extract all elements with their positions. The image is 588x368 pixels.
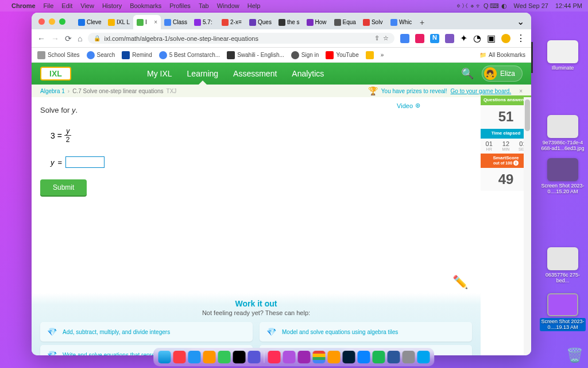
maximize-window-button[interactable] xyxy=(59,18,65,25)
desktop-icon[interactable]: 0635776c 275-bed... xyxy=(540,247,586,284)
minimize-window-button[interactable] xyxy=(49,18,55,25)
dock-app-icon[interactable] xyxy=(343,351,355,363)
address-bar[interactable]: 🔒 ixl.com/math/algebra-1/solve-one-step-… xyxy=(88,33,394,44)
close-window-button[interactable] xyxy=(38,18,45,25)
menu-profiles[interactable]: Profiles xyxy=(169,2,191,9)
dock-app-icon[interactable] xyxy=(328,351,341,363)
desktop-icon[interactable]: 9e73986c-71de-4 668-ad1...6ed3.jpg xyxy=(540,115,586,152)
bookmark-item[interactable]: School Sites xyxy=(37,51,80,59)
dock-app-icon[interactable] xyxy=(417,351,430,363)
bookmark-item[interactable] xyxy=(366,51,374,59)
new-tab-button[interactable]: + xyxy=(415,16,429,29)
close-icon[interactable]: × xyxy=(154,19,157,25)
extension-icon[interactable] xyxy=(415,34,424,43)
menu-edit[interactable]: Edit xyxy=(61,2,72,9)
bookmark-item[interactable]: Sign in xyxy=(291,51,319,59)
browser-tab[interactable]: Cleve xyxy=(75,15,105,29)
reload-button[interactable]: ⟳ xyxy=(65,34,72,43)
menu-view[interactable]: View xyxy=(80,2,94,9)
menu-file[interactable]: File xyxy=(44,2,54,9)
star-icon[interactable]: ☆ xyxy=(383,34,389,42)
browser-tab[interactable]: IXL L xyxy=(105,15,133,29)
scrollbar[interactable] xyxy=(524,97,531,355)
menu-bookmarks[interactable]: Bookmarks xyxy=(130,2,161,9)
breadcrumb-subject[interactable]: Algebra 1 xyxy=(40,88,65,94)
menu-help[interactable]: Help xyxy=(247,2,261,9)
browser-tab[interactable]: Class xyxy=(161,15,191,29)
bookmark-item[interactable]: Swahili - English... xyxy=(227,51,284,59)
chrome-menu-icon[interactable]: ⋮ xyxy=(516,33,525,44)
bookmark-item[interactable]: YouTube xyxy=(326,51,358,59)
dock-app-icon[interactable] xyxy=(218,351,231,363)
back-button[interactable]: ← xyxy=(37,34,45,43)
bookmark-item[interactable]: Search xyxy=(87,51,115,59)
browser-tab[interactable]: 2-x= xyxy=(218,15,246,29)
extension-icon[interactable]: ◔ xyxy=(473,33,481,44)
dock-app-icon[interactable] xyxy=(388,351,400,363)
prize-link[interactable]: Go to your game board. xyxy=(451,88,512,94)
side-panel-icon[interactable]: ▣ xyxy=(487,33,496,44)
extension-icon[interactable]: N xyxy=(430,34,439,43)
dock-app-icon[interactable] xyxy=(298,351,311,363)
browser-tab[interactable]: the s xyxy=(275,15,303,29)
menubar-time[interactable]: 12:44 PM xyxy=(555,2,582,9)
all-bookmarks-button[interactable]: 📁All Bookmarks xyxy=(479,52,525,58)
scrollbar-thumb[interactable] xyxy=(525,99,530,131)
menu-history[interactable]: History xyxy=(102,2,122,9)
desktop-icon[interactable]: Screen Shot 2023-0....19.13 AM xyxy=(540,293,586,331)
dock-finder-icon[interactable] xyxy=(158,351,171,363)
answer-input[interactable] xyxy=(65,156,105,168)
related-skill[interactable]: 💎Add, subtract, multiply, and divide int… xyxy=(40,322,253,342)
dock-app-icon[interactable] xyxy=(373,351,385,363)
dock-app-icon[interactable] xyxy=(403,351,415,363)
tabs-dropdown-icon[interactable]: ⌄ xyxy=(514,14,527,29)
nav-learning[interactable]: Learning xyxy=(186,64,220,83)
dock-app-icon[interactable] xyxy=(268,351,281,363)
dock-app-icon[interactable] xyxy=(173,351,186,363)
menu-tab[interactable]: Tab xyxy=(199,2,209,9)
dock-app-icon[interactable] xyxy=(283,351,296,363)
share-icon[interactable]: ⇧ xyxy=(374,34,380,42)
nav-assessment[interactable]: Assessment xyxy=(232,64,278,83)
user-menu[interactable]: 👧 Eliza xyxy=(482,66,523,82)
browser-tab[interactable]: Solv xyxy=(359,15,387,29)
dock-app-icon[interactable] xyxy=(188,351,201,363)
forward-button[interactable]: → xyxy=(51,34,59,43)
app-name[interactable]: Chrome xyxy=(11,2,36,9)
video-link[interactable]: Video ⊛ xyxy=(397,102,420,109)
ixl-logo[interactable]: IXL xyxy=(40,67,71,80)
menu-window[interactable]: Window xyxy=(217,2,239,9)
desktop-icon[interactable]: Screen Shot 2023-0....15.20 AM xyxy=(540,158,586,195)
menubar-date[interactable]: Wed Sep 27 xyxy=(514,2,548,9)
nav-analytics[interactable]: Analytics xyxy=(291,64,325,83)
browser-tab[interactable]: Whic xyxy=(387,15,415,29)
overflow-icon[interactable]: » xyxy=(381,52,384,58)
dock-app-icon[interactable] xyxy=(203,351,216,363)
status-icons[interactable]: ◎ ⟩⟨ ⊕ ᯤ Q ⌨ ◐ xyxy=(457,2,507,10)
bookmark-item[interactable]: 5 Best Cornstarch... xyxy=(159,51,220,59)
browser-tab[interactable]: How xyxy=(303,15,331,29)
pencil-icon[interactable]: ✏️ xyxy=(452,275,468,290)
dock-app-icon[interactable] xyxy=(233,351,246,363)
browser-tab[interactable]: 5.7: xyxy=(191,15,218,29)
info-icon[interactable]: i xyxy=(513,160,519,166)
extension-icon[interactable] xyxy=(445,34,454,43)
desktop-icon[interactable]: Illuminate xyxy=(540,40,586,71)
submit-button[interactable]: Submit xyxy=(40,179,87,195)
extensions-icon[interactable]: ✦ xyxy=(460,33,467,44)
browser-tab[interactable]: Ques xyxy=(246,15,275,29)
dock-app-icon[interactable] xyxy=(248,351,261,363)
related-skill[interactable]: 💎Model and solve equations using algebra… xyxy=(260,322,472,342)
extension-icon[interactable] xyxy=(400,34,409,43)
bookmark-item[interactable]: Remind xyxy=(122,51,152,59)
close-icon[interactable]: × xyxy=(519,88,523,94)
profile-avatar[interactable] xyxy=(501,34,510,43)
home-button[interactable]: ⌂ xyxy=(78,34,82,43)
browser-tab[interactable]: I× xyxy=(133,15,161,29)
dock-app-icon[interactable] xyxy=(358,351,370,363)
search-icon[interactable]: 🔍 xyxy=(461,67,474,80)
dock-chrome-icon[interactable] xyxy=(313,351,326,363)
nav-my-ixl[interactable]: My IXL xyxy=(146,64,173,83)
trash-icon[interactable]: 🗑️ xyxy=(566,347,583,363)
browser-tab[interactable]: Equa xyxy=(331,15,359,29)
